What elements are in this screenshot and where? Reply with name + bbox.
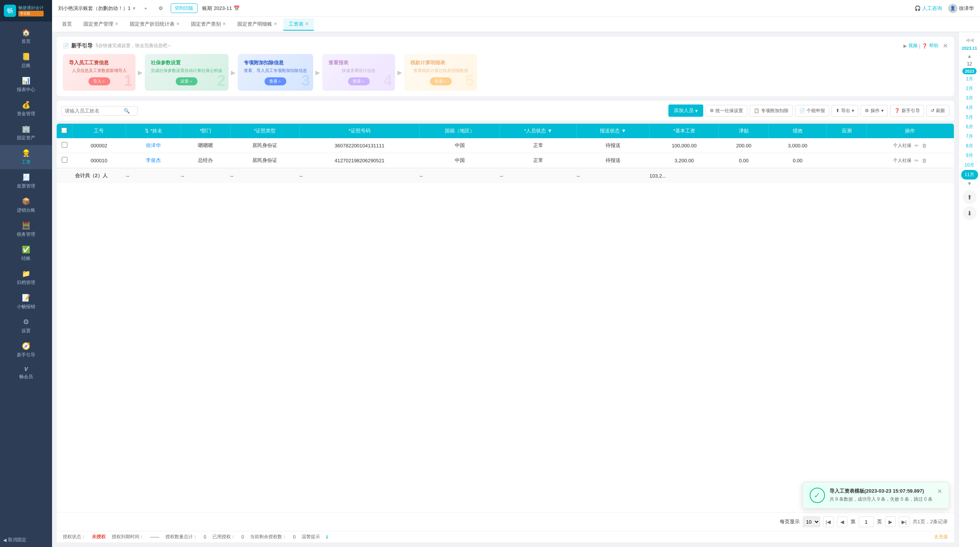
wizard-step-1-btn[interactable]: 导入＞ [88, 77, 110, 85]
row2-social-insurance-link[interactable]: 个人社保 [893, 157, 911, 164]
remain-value: 0 [293, 534, 296, 540]
calendar-month-8[interactable]: 8月 [961, 141, 978, 151]
row1-delete-icon[interactable]: 🗑 [922, 143, 927, 149]
tab-fixed-assets[interactable]: 固定资产管理 ✕ [78, 18, 124, 31]
row2-status: 正常 [500, 153, 577, 168]
calendar-month-4[interactable]: 4月 [961, 103, 978, 113]
service-btn[interactable]: 🎧 人工咨询 [915, 5, 942, 12]
tab-detail-ledger[interactable]: 固定资产明细账 ✕ [232, 18, 283, 31]
sidebar-item-archive[interactable]: 📁 归档管理 [0, 266, 52, 290]
select-all-checkbox[interactable] [61, 127, 67, 133]
last-page-btn[interactable]: ▶| [899, 516, 910, 527]
tax-report-btn[interactable]: 📄 个税申报 [795, 105, 829, 117]
search-input[interactable] [65, 108, 122, 114]
sidebar-item-membership[interactable]: V 畅会员 [0, 362, 52, 384]
first-page-btn[interactable]: |◀ [823, 516, 834, 527]
calendar-month-7[interactable]: 7月 [961, 132, 978, 141]
notif-close-btn[interactable]: ✕ [937, 488, 942, 495]
rs-icon-btn-2[interactable]: ⬇ [963, 206, 977, 220]
row2-name-link[interactable]: 李俊杰 [146, 157, 161, 163]
wizard-video-link[interactable]: 视频 [908, 42, 918, 49]
sidebar-item-reports[interactable]: 📊 报表中心 [0, 73, 52, 97]
calendar-month-5[interactable]: 5月 [961, 113, 978, 122]
footer-col2: -- [181, 168, 230, 183]
tab-category[interactable]: 固定资产类别 ✕ [186, 18, 231, 31]
next-page-btn[interactable]: ▶ [885, 516, 896, 527]
wizard-arrow-1: ▶ [136, 69, 145, 76]
sidebar-unpin-btn[interactable]: ◀ 取消固定 [0, 533, 52, 547]
tab-depreciation[interactable]: 固定资产折旧统计表 ✕ [124, 18, 185, 31]
recharge-link[interactable]: 去充值 [934, 534, 948, 540]
calendar-prev-btn[interactable]: ▲ [964, 52, 975, 60]
prev-page-btn[interactable]: ◀ [837, 516, 848, 527]
rs-expand-btn[interactable]: ◀◀ [964, 35, 975, 44]
calendar-month-12[interactable]: 12 [961, 60, 978, 68]
calendar-month-10[interactable]: 10月 [961, 160, 978, 170]
add-account-btn[interactable]: ＋ [140, 3, 151, 14]
sidebar-item-expense[interactable]: 📝 小畅报销 [0, 290, 52, 314]
sidebar-item-tax[interactable]: 🧮 税务管理 [0, 217, 52, 242]
tab-category-close[interactable]: ✕ [222, 21, 226, 26]
sidebar-item-close[interactable]: ✅ 结账 [0, 242, 52, 266]
wizard-step-5-btn[interactable]: 查看＞ [430, 77, 452, 85]
calendar-icon[interactable]: 📅 [234, 5, 240, 11]
row1-name-link[interactable]: 徐泽华 [146, 142, 161, 148]
row1-measure [827, 138, 867, 153]
tab-payroll[interactable]: 工资表 ✕ [283, 18, 314, 31]
row1-edit-icon[interactable]: ✏ [915, 143, 919, 149]
calendar-month-1[interactable]: 1月 [961, 74, 978, 84]
sidebar-item-settings[interactable]: ⚙ 设置 [0, 314, 52, 338]
guide-btn[interactable]: ❓ 新手引导 [890, 105, 924, 117]
export-btn[interactable]: ⬆ 导出 ▾ [831, 105, 858, 117]
row2-id-num: 412702198206290521 [299, 153, 420, 168]
row1-social-insurance-link[interactable]: 个人社保 [893, 142, 911, 149]
calendar-month-9[interactable]: 9月 [961, 151, 978, 160]
sidebar-item-invoice[interactable]: 🧾 发票管理 [0, 169, 52, 193]
tab-home[interactable]: 首页 [57, 18, 77, 31]
sidebar-item-assets[interactable]: 🏢 固定资产 [0, 121, 52, 145]
rs-icon-btn-1[interactable]: ⬆ [963, 190, 977, 204]
app-logo: 畅 畅捷通好会计 专业版 [0, 0, 52, 21]
calendar-next-btn[interactable]: ▼ [964, 180, 975, 187]
social-insurance-btn[interactable]: ⚙ 统一社保设置 [706, 105, 747, 117]
deduction-btn[interactable]: 📋 专项附加扣除 [750, 105, 793, 117]
sidebar-item-payroll[interactable]: 👷 工资 [0, 145, 52, 169]
row1-checkbox[interactable] [62, 142, 67, 148]
settings-btn[interactable]: ⚙ [155, 3, 166, 14]
search-icon[interactable]: 🔍 [124, 108, 130, 114]
operations-label: 操作 [871, 108, 880, 114]
row2-checkbox[interactable] [62, 157, 67, 163]
wizard-step-4-btn[interactable]: 查看＞ [348, 77, 370, 85]
calendar-month-6[interactable]: 6月 [961, 122, 978, 132]
add-person-btn[interactable]: 添加人员 ▾ [668, 105, 703, 117]
refresh-btn[interactable]: ↺ 刷新 [926, 105, 949, 117]
footer-measure-total [827, 168, 867, 183]
calendar-month-2[interactable]: 2月 [961, 84, 978, 93]
calendar-month-3[interactable]: 3月 [961, 93, 978, 103]
switch-version-btn[interactable]: 切到旧版 [171, 3, 198, 13]
wizard-step-3-btn[interactable]: 查看＞ [265, 77, 286, 85]
sidebar-item-ledger[interactable]: 📒 总账 [0, 49, 52, 73]
status-filter-icon[interactable]: ▼ [547, 128, 552, 134]
per-page-select[interactable]: 10 20 50 [803, 516, 820, 527]
tab-detail-ledger-close[interactable]: ✕ [274, 21, 277, 26]
tab-fixed-assets-close[interactable]: ✕ [115, 21, 118, 26]
sidebar-item-home[interactable]: 🏠 首页 [0, 24, 52, 49]
operations-btn[interactable]: ⚙ 操作 ▾ [861, 105, 888, 117]
sidebar-item-guide[interactable]: 🧭 新手引导 [0, 338, 52, 362]
row2-delete-icon[interactable]: 🗑 [922, 158, 927, 163]
sidebar-item-inventory[interactable]: 📦 进销台账 [0, 193, 52, 217]
tab-depreciation-close[interactable]: ✕ [176, 21, 180, 26]
wizard-step-2-btn[interactable]: 设置＞ [176, 77, 198, 85]
wizard-close-btn[interactable]: ✕ [943, 42, 948, 49]
calendar-year: 2023.11 [962, 44, 977, 52]
row2-edit-icon[interactable]: ✏ [915, 158, 919, 163]
calendar-month-11[interactable]: 11月 [961, 170, 978, 180]
account-dropdown-icon[interactable]: ▾ [133, 5, 136, 11]
wizard-help-link[interactable]: 帮助 [929, 42, 938, 49]
report-filter-icon[interactable]: ▼ [621, 128, 626, 134]
row1-performance: 3,000.00 [769, 138, 827, 153]
tab-payroll-close[interactable]: ✕ [305, 21, 309, 26]
page-input[interactable] [859, 516, 874, 527]
sidebar-item-finance[interactable]: 💰 资金管理 [0, 97, 52, 121]
